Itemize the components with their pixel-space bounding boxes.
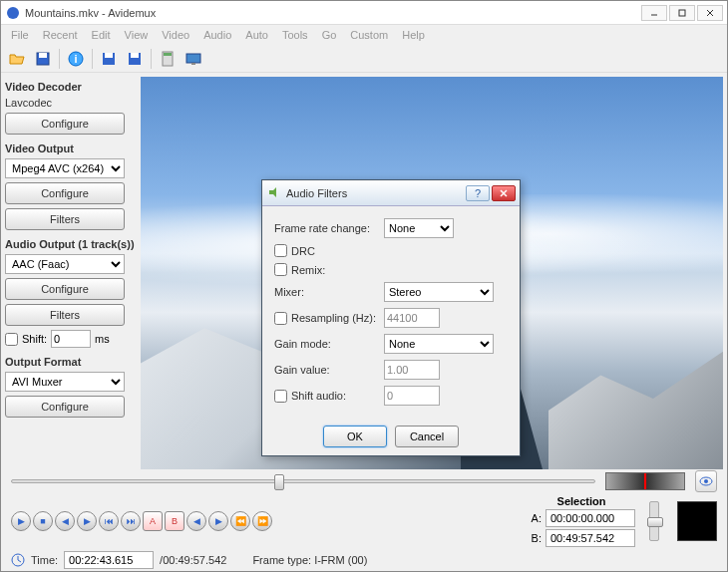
open-icon[interactable] <box>5 47 29 71</box>
remix-checkbox[interactable] <box>274 263 287 276</box>
svg-text:i: i <box>74 53 77 65</box>
prev-black-frame-button[interactable]: ◀ <box>186 511 206 531</box>
next-keyframe-button[interactable]: ⏭ <box>121 511 141 531</box>
mixer-select[interactable]: Stereo <box>384 282 494 302</box>
close-button[interactable] <box>697 5 723 21</box>
shift-checkbox[interactable] <box>5 333 18 346</box>
gain-mode-select[interactable]: None <box>384 334 494 354</box>
selection-a-label: A: <box>528 512 542 524</box>
output-format-label: Output Format <box>5 356 137 368</box>
menu-auto[interactable]: Auto <box>239 27 274 43</box>
save-video-icon[interactable] <box>97 47 121 71</box>
next-black-frame-button[interactable]: ▶ <box>208 511 228 531</box>
svg-rect-16 <box>191 63 195 65</box>
dialog-title: Audio Filters <box>286 187 466 199</box>
set-marker-b-button[interactable]: B <box>165 511 184 531</box>
shift-input[interactable] <box>51 330 91 348</box>
vu-meter <box>605 472 685 490</box>
dialog-close-button[interactable] <box>492 185 516 201</box>
minimize-button[interactable] <box>641 5 667 21</box>
svg-rect-12 <box>131 53 139 58</box>
info-icon[interactable]: i <box>64 47 88 71</box>
prev-frame-button[interactable]: ◀ <box>55 511 75 531</box>
audio-output-filters-button[interactable]: Filters <box>5 304 125 326</box>
first-frame-button[interactable]: ⏪ <box>230 511 250 531</box>
menu-file[interactable]: File <box>5 27 35 43</box>
play-button[interactable]: ▶ <box>11 511 31 531</box>
video-output-configure-button[interactable]: Configure <box>5 182 125 204</box>
output-format-configure-button[interactable]: Configure <box>5 396 125 418</box>
save-audio-icon[interactable] <box>123 47 147 71</box>
menu-recent[interactable]: Recent <box>37 27 84 43</box>
menubar: File Recent Edit View Video Audio Auto T… <box>1 25 727 45</box>
maximize-button[interactable] <box>669 5 695 21</box>
last-frame-button[interactable]: ⏩ <box>252 511 272 531</box>
video-output-label: Video Output <box>5 143 137 154</box>
audio-level-display <box>677 501 717 541</box>
timeline-slider[interactable] <box>11 479 595 483</box>
video-decoder-configure-button[interactable]: Configure <box>5 113 125 135</box>
menu-edit[interactable]: Edit <box>86 27 117 43</box>
timeline-thumb[interactable] <box>274 474 284 490</box>
selection-a-value: 00:00:00.000 <box>546 509 635 527</box>
svg-point-0 <box>7 7 19 19</box>
dialog-help-button[interactable]: ? <box>466 185 490 201</box>
time-input[interactable] <box>64 551 154 569</box>
preview-toggle-button[interactable] <box>695 470 717 492</box>
window-title: Mountains.mkv - Avidemux <box>25 7 641 19</box>
menu-help[interactable]: Help <box>396 27 431 43</box>
menu-video[interactable]: Video <box>156 27 195 43</box>
shift-audio-checkbox[interactable] <box>274 390 287 403</box>
next-frame-button[interactable]: ▶ <box>77 511 97 531</box>
output-format-select[interactable]: AVI Muxer <box>5 372 125 392</box>
video-output-select[interactable]: Mpeg4 AVC (x264) <box>5 158 125 178</box>
playback-controls: ▶ ■ ◀ ▶ ⏮ ⏭ A B ◀ ▶ ⏪ ⏩ <box>11 511 272 531</box>
menu-tools[interactable]: Tools <box>276 27 314 43</box>
app-icon <box>5 5 21 21</box>
audio-output-select[interactable]: AAC (Faac) <box>5 254 125 274</box>
sidebar: Video Decoder Lavcodec Configure Video O… <box>1 73 141 469</box>
calculator-icon[interactable] <box>156 47 180 71</box>
selection-panel: Selection A:00:00:00.000 B:00:49:57.542 <box>528 495 635 547</box>
mixer-label: Mixer: <box>274 286 376 298</box>
stop-button[interactable]: ■ <box>33 511 53 531</box>
audio-output-label: Audio Output (1 track(s)) <box>5 238 137 250</box>
svg-line-21 <box>18 560 21 562</box>
volume-thumb[interactable] <box>647 517 663 527</box>
frame-rate-label: Frame rate change: <box>274 222 376 234</box>
video-decoder-label: Video Decoder <box>5 81 137 93</box>
set-marker-a-button[interactable]: A <box>143 511 163 531</box>
timeline-row <box>1 469 727 493</box>
toolbar: i <box>1 45 727 73</box>
svg-rect-2 <box>679 10 685 16</box>
svg-rect-14 <box>164 53 172 56</box>
prev-keyframe-button[interactable]: ⏮ <box>99 511 119 531</box>
svg-point-18 <box>704 479 708 483</box>
selection-b-label: B: <box>528 532 542 544</box>
gain-mode-label: Gain mode: <box>274 338 376 350</box>
audio-output-configure-button[interactable]: Configure <box>5 278 125 300</box>
volume-slider[interactable] <box>649 501 659 541</box>
menu-go[interactable]: Go <box>316 27 343 43</box>
dialog-titlebar[interactable]: Audio Filters ? <box>262 180 520 206</box>
cancel-button[interactable]: Cancel <box>395 426 459 447</box>
svg-rect-15 <box>186 54 200 63</box>
audio-filters-dialog: Audio Filters ? Frame rate change: None … <box>261 179 521 456</box>
menu-view[interactable]: View <box>119 27 155 43</box>
frame-rate-select[interactable]: None <box>384 218 454 238</box>
resampling-input[interactable]: 44100 <box>384 308 440 328</box>
status-bar: Time: /00:49:57.542 Frame type: I-FRM (0… <box>1 549 727 571</box>
display-icon[interactable] <box>182 47 205 71</box>
ok-button[interactable]: OK <box>323 426 387 447</box>
clock-icon <box>11 553 25 567</box>
drc-checkbox[interactable] <box>274 244 287 257</box>
gain-value-input[interactable]: 1.00 <box>384 360 440 380</box>
svg-rect-6 <box>39 53 47 58</box>
menu-audio[interactable]: Audio <box>197 27 237 43</box>
shift-audio-input[interactable]: 0 <box>384 386 440 406</box>
menu-custom[interactable]: Custom <box>344 27 394 43</box>
save-icon[interactable] <box>31 47 55 71</box>
titlebar: Mountains.mkv - Avidemux <box>1 1 727 25</box>
video-output-filters-button[interactable]: Filters <box>5 208 125 230</box>
resampling-checkbox[interactable] <box>274 312 287 325</box>
